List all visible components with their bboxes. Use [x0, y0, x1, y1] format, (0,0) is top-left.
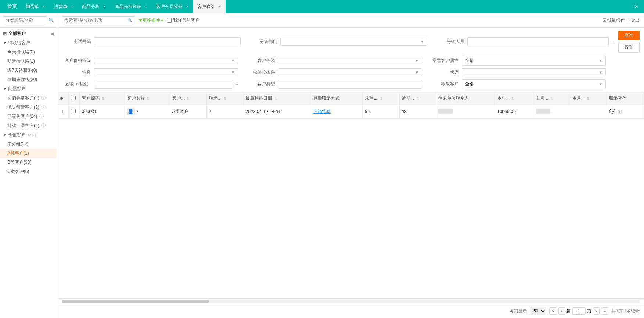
- nav-customer-segment[interactable]: 客户分层经营 ×: [152, 0, 193, 13]
- sidebar-item-declining[interactable]: 持续下滑客户(2) ⓘ: [0, 121, 57, 130]
- nature-label: 性质: [62, 69, 91, 75]
- unit-contact-placeholder: [438, 109, 453, 114]
- row-last-method-cell[interactable]: 下销货单: [311, 105, 363, 119]
- close-product-analysis-tab[interactable]: ×: [103, 4, 106, 9]
- filter-search-icon[interactable]: 🔍: [127, 18, 133, 23]
- sidebar-item-churned[interactable]: 已流失客户(24) ⓘ: [0, 112, 57, 121]
- phone-input[interactable]: [94, 37, 241, 46]
- manager-field: 分管人员 ···: [435, 37, 614, 46]
- horizontal-scrollbar[interactable]: [57, 298, 644, 304]
- sort-type-icon[interactable]: ⇅: [187, 96, 190, 100]
- action-more-icon[interactable]: ⊞: [618, 109, 622, 114]
- payment-arrow-icon: ▼: [415, 70, 419, 74]
- customer-type-input[interactable]: [278, 80, 422, 89]
- add-value-group-icon[interactable]: ⊡: [32, 132, 36, 138]
- price-grade-select[interactable]: ▼: [94, 57, 238, 64]
- sort-overdue-icon[interactable]: ⇅: [416, 96, 419, 100]
- nature-field: 性质 ▼: [62, 68, 238, 76]
- sidebar-item-c-class[interactable]: C类客户(6): [0, 167, 57, 176]
- region-input[interactable]: [94, 80, 233, 89]
- refresh-icon[interactable]: ↻: [27, 132, 31, 138]
- sidebar-search-input[interactable]: [3, 16, 47, 24]
- retail-customer-field: 零散客户 全部 ▼: [429, 79, 606, 89]
- scroll-thumb[interactable]: [62, 300, 209, 303]
- row-last-date-cell: 2023-04-12 14:44:: [243, 105, 311, 119]
- row-action-icons: 💬 ⊞: [609, 109, 641, 114]
- dept-arrow-icon: ▼: [421, 40, 424, 44]
- next-page-btn[interactable]: ›: [593, 307, 600, 315]
- select-all-checkbox[interactable]: [71, 96, 76, 100]
- sidebar-collapse-btn[interactable]: ◀: [51, 31, 54, 36]
- customer-grade-field: 客户等级 ▼: [246, 57, 422, 64]
- page-input[interactable]: [572, 307, 586, 315]
- action-chat-icon[interactable]: 💬: [609, 109, 615, 114]
- nav-sales[interactable]: 销货单 ×: [21, 0, 50, 13]
- my-customer-checkbox[interactable]: 我分管的客户: [167, 17, 200, 24]
- sidebar-item-tomorrow-contact[interactable]: 明天待联络(1): [0, 57, 57, 66]
- nav-customer-contact[interactable]: 客户联络 ×: [193, 0, 226, 13]
- nav-purchase[interactable]: 进货单 ×: [50, 0, 78, 13]
- batch-operation-btn[interactable]: ☑ 批量操作: [602, 17, 625, 24]
- sidebar-item-overdue-contact[interactable]: 逾期未联络(30): [0, 75, 57, 84]
- row-checkbox[interactable]: [71, 109, 76, 113]
- sidebar-item-a-class[interactable]: A类客户(1): [0, 149, 57, 158]
- customer-name-group: 👤 ?: [127, 108, 168, 115]
- sort-name-icon[interactable]: ⇅: [147, 96, 150, 100]
- group-arrow-value: ▼: [3, 133, 7, 137]
- sidebar-item-repurchase-abnormal[interactable]: 回购异常客户(2) ⓘ: [0, 93, 57, 103]
- nav-home[interactable]: 首页: [3, 0, 21, 13]
- table-checkbox-th[interactable]: [68, 92, 79, 105]
- filter-search-input[interactable]: [64, 18, 127, 23]
- row-action-cell[interactable]: 💬 ⊞: [607, 105, 644, 119]
- sort-code-icon[interactable]: ⇅: [101, 96, 104, 100]
- sidebar-item-b-class[interactable]: B类客户(33): [0, 158, 57, 167]
- sidebar-item-7days-contact[interactable]: 近7天待联络(0): [0, 66, 57, 75]
- sidebar-item-churn-warning[interactable]: 流失预警客户(3) ⓘ: [0, 103, 57, 112]
- sort-contact-icon[interactable]: ⇅: [223, 96, 226, 100]
- nav-product-analysis-list[interactable]: 商品分析列表 ×: [110, 0, 152, 13]
- manager-dots-icon[interactable]: ···: [610, 39, 614, 44]
- sidebar-item-no-group[interactable]: 未分组(32): [0, 139, 57, 149]
- customer-grade-select[interactable]: ▼: [278, 57, 422, 64]
- close-sales-tab[interactable]: ×: [43, 4, 45, 9]
- query-button[interactable]: 查询: [618, 31, 640, 40]
- nature-select[interactable]: ▼: [94, 68, 238, 76]
- dept-select[interactable]: ▼: [280, 38, 427, 46]
- close-purchase-tab[interactable]: ×: [71, 4, 73, 9]
- sort-this-month-icon[interactable]: ⇅: [587, 96, 590, 100]
- page-size-select[interactable]: 50: [530, 307, 546, 315]
- setting-button[interactable]: 设置: [618, 42, 640, 53]
- window-close-button[interactable]: ×: [631, 3, 641, 11]
- my-customer-check[interactable]: [167, 18, 172, 23]
- nav-product-analysis[interactable]: 商品分析 ×: [78, 0, 110, 13]
- table-settings-th[interactable]: ⚙: [57, 92, 68, 105]
- close-customer-contact-tab[interactable]: ×: [219, 4, 221, 9]
- sort-last-month-icon[interactable]: ⇅: [550, 96, 553, 100]
- sort-year-icon[interactable]: ⇅: [512, 96, 515, 100]
- sidebar-item-today-contact[interactable]: 今天待联络(0): [0, 47, 57, 57]
- scroll-track: [62, 300, 640, 303]
- last-method-link[interactable]: 下销货单: [313, 109, 331, 114]
- sort-no-contact-icon[interactable]: ⇅: [379, 96, 382, 100]
- manager-input[interactable]: [467, 37, 609, 46]
- group-pending-contact[interactable]: ▼ 待联络客户: [0, 38, 57, 47]
- th-last-contact-method: 最后联络方式: [311, 92, 363, 105]
- close-product-list-tab[interactable]: ×: [145, 4, 147, 9]
- status-select[interactable]: ▼: [462, 68, 606, 76]
- sort-date-icon[interactable]: ⇅: [274, 96, 277, 100]
- first-page-btn[interactable]: «: [549, 307, 557, 315]
- retail-customer-select[interactable]: 全部 ▼: [462, 79, 606, 89]
- more-conditions-btn[interactable]: ▼ 更多条件 ▼: [138, 17, 164, 24]
- prev-page-btn[interactable]: ‹: [558, 307, 565, 315]
- close-customer-segment-tab[interactable]: ×: [186, 4, 189, 9]
- manager-label: 分管人员: [435, 39, 464, 45]
- export-btn[interactable]: ↑ 导出: [628, 17, 640, 24]
- group-value-customer[interactable]: ▼ 价值客户 ↻ ⊡: [0, 130, 57, 139]
- row-checkbox-cell[interactable]: [68, 105, 79, 119]
- retail-attr-select[interactable]: 全部 ▼: [462, 56, 606, 66]
- region-dots-icon[interactable]: ···: [235, 82, 238, 87]
- last-page-btn[interactable]: »: [601, 307, 609, 315]
- sidebar-search-icon[interactable]: 🔍: [49, 18, 54, 23]
- payment-select[interactable]: ▼: [278, 68, 422, 76]
- group-problem-customer[interactable]: ▼ 问题客户: [0, 84, 57, 93]
